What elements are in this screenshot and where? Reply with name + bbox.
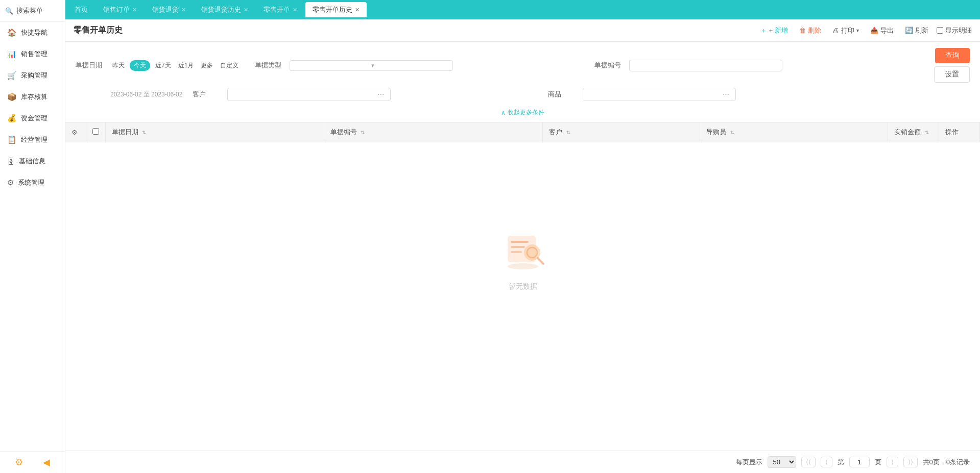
- date-sort-icon[interactable]: ⇅: [142, 130, 146, 135]
- add-icon: ＋: [760, 26, 767, 35]
- date-shortcut-7days[interactable]: 近7天: [153, 61, 173, 70]
- type-filter: 单据类型 ▾: [255, 60, 584, 71]
- sidebar-label-quick-nav: 快捷导航: [21, 28, 47, 37]
- sidebar-item-sales-mgmt[interactable]: 📊销售管理: [0, 43, 65, 65]
- type-filter-label: 单据类型: [255, 61, 285, 70]
- tab-label-sales-return: 销货退货: [152, 5, 179, 14]
- collapse-bar[interactable]: ∧ 收起更多条件: [76, 106, 970, 119]
- sidebar-icon-finance: 💰: [7, 114, 17, 123]
- sidebar-label-ops-mgmt: 经营管理: [21, 135, 47, 144]
- svg-rect-3: [511, 246, 525, 248]
- last-page-button[interactable]: ⟩⟩: [903, 457, 918, 467]
- th-date[interactable]: 单据日期 ⇅: [105, 122, 324, 142]
- tab-close-sales-return[interactable]: ✕: [181, 7, 186, 13]
- date-shortcut-custom[interactable]: 自定义: [218, 61, 241, 70]
- sidebar-item-sys-mgmt[interactable]: ⚙系统管理: [0, 172, 65, 193]
- sidebar-item-purchase-mgmt[interactable]: 🛒采购管理: [0, 65, 65, 86]
- th-settings[interactable]: ⚙: [65, 122, 86, 142]
- page-input[interactable]: [849, 457, 870, 467]
- filter-row-2: 2023-06-02 至 2023-06-02 客户 ··· 商品 ···: [76, 88, 970, 101]
- sidebar-item-quick-nav[interactable]: 🏠快捷导航: [0, 22, 65, 43]
- empty-text: 暂无数据: [509, 282, 537, 291]
- sidebar-item-finance[interactable]: 💰资金管理: [0, 108, 65, 129]
- tab-close-retail-open-history[interactable]: ✕: [355, 7, 360, 13]
- svg-rect-2: [511, 241, 529, 243]
- show-detail-checkbox-label[interactable]: 显示明细: [937, 26, 972, 35]
- goods-filter-label: 商品: [548, 90, 579, 99]
- goods-input[interactable]: [587, 91, 721, 98]
- setup-button[interactable]: 设置: [934, 66, 970, 83]
- per-page-label: 每页显示: [736, 458, 762, 467]
- prev-page-button[interactable]: ⟨: [821, 457, 832, 467]
- customer-input[interactable]: [232, 91, 375, 98]
- sidebar-label-base-info: 基础信息: [19, 157, 45, 166]
- tab-close-sales-order[interactable]: ✕: [132, 7, 137, 13]
- sidebar-icon-purchase-mgmt: 🛒: [7, 71, 17, 80]
- query-buttons: 查询 设置: [934, 48, 970, 83]
- date-shortcut-more[interactable]: 更多: [199, 61, 215, 70]
- date-shortcut-yesterday[interactable]: 昨天: [110, 61, 127, 70]
- print-icon: 🖨: [832, 27, 839, 34]
- sidebar-search-label: 搜索菜单: [16, 6, 43, 15]
- number-sort-icon[interactable]: ⇅: [361, 130, 365, 135]
- th-number[interactable]: 单据编号 ⇅: [324, 122, 542, 142]
- date-range-text: 2023-06-02 至 2023-06-02: [110, 90, 182, 99]
- tab-retail-open[interactable]: 零售开单✕: [256, 2, 304, 17]
- next-page-button[interactable]: ⟩: [887, 457, 898, 467]
- sidebar-item-ops-mgmt[interactable]: 📋经营管理: [0, 129, 65, 151]
- th-checkbox[interactable]: [86, 122, 105, 142]
- delete-button[interactable]: 🗑 删除: [796, 24, 824, 37]
- print-button[interactable]: 🖨 打印 ▾: [829, 24, 862, 37]
- tab-retail-open-history[interactable]: 零售开单历史✕: [305, 2, 367, 17]
- select-all-checkbox[interactable]: [92, 128, 99, 135]
- sidebar-search[interactable]: 🔍 搜索菜单: [0, 0, 65, 22]
- tab-sales-return-history[interactable]: 销货退货历史✕: [194, 2, 255, 17]
- query-button[interactable]: 查询: [935, 48, 970, 63]
- refresh-button[interactable]: 🔄 刷新: [902, 24, 931, 37]
- collapse-icon[interactable]: ◀: [43, 457, 50, 468]
- customer-filter-label: 客户: [193, 90, 223, 99]
- th-guide[interactable]: 导购员 ⇅: [700, 122, 888, 142]
- tab-close-retail-open[interactable]: ✕: [293, 7, 297, 13]
- first-page-button[interactable]: ⟨⟨: [801, 457, 816, 467]
- date-shortcut-1month[interactable]: 近1月: [176, 61, 196, 70]
- type-select[interactable]: ▾: [290, 60, 453, 71]
- tab-home[interactable]: 首页: [67, 2, 95, 17]
- table-header: ⚙ 单据日期 ⇅ 单据编号 ⇅ 客户 ⇅: [65, 122, 980, 142]
- sidebar-item-base-info[interactable]: 🗄基础信息: [0, 151, 65, 172]
- tab-sales-order[interactable]: 销售订单✕: [96, 2, 144, 17]
- collapse-up-icon: ∧: [501, 109, 506, 116]
- sidebar-icon-ops-mgmt: 📋: [7, 135, 17, 144]
- per-page-select[interactable]: 50 10 20 100: [768, 456, 796, 468]
- number-input[interactable]: [634, 62, 778, 69]
- goods-ellipsis-button[interactable]: ···: [721, 90, 731, 99]
- customer-ellipsis-button[interactable]: ···: [375, 90, 386, 99]
- goods-input-wrap: ···: [583, 88, 736, 101]
- amount-sort-icon[interactable]: ⇅: [925, 130, 929, 135]
- table-header-row: ⚙ 单据日期 ⇅ 单据编号 ⇅ 客户 ⇅: [65, 122, 980, 142]
- type-chevron-icon: ▾: [371, 62, 448, 69]
- number-filter: 单据编号: [594, 60, 924, 71]
- date-shortcut-today[interactable]: 今天: [130, 60, 150, 71]
- tab-close-sales-return-history[interactable]: ✕: [244, 7, 248, 13]
- customer-sort-icon[interactable]: ⇅: [566, 130, 570, 135]
- show-detail-checkbox[interactable]: [937, 27, 943, 34]
- total-label: 共0页，0条记录: [923, 458, 970, 467]
- sidebar-icon-sys-mgmt: ⚙: [7, 178, 14, 187]
- page-title: 零售开单历史: [74, 25, 123, 36]
- export-button[interactable]: 📤 导出: [867, 24, 897, 37]
- sidebar-item-inventory[interactable]: 📦库存核算: [0, 86, 65, 108]
- customer-filter: 客户 ···: [193, 88, 538, 101]
- tab-sales-return[interactable]: 销货退货✕: [145, 2, 193, 17]
- toolbar: 零售开单历史 ＋ + 新增 🗑 删除 🖨 打印 ▾ 📤 导出 🔄 刷新: [65, 19, 980, 42]
- main-content: 首页销售订单✕销货退货✕销货退货历史✕零售开单✕零售开单历史✕ 零售开单历史 ＋…: [65, 0, 980, 473]
- add-button[interactable]: ＋ + 新增: [757, 24, 791, 37]
- tab-label-sales-order: 销售订单: [103, 5, 130, 14]
- tab-label-sales-return-history: 销货退货历史: [201, 5, 241, 14]
- guide-sort-icon[interactable]: ⇅: [730, 130, 734, 135]
- th-customer[interactable]: 客户 ⇅: [542, 122, 700, 142]
- table-area: ⚙ 单据日期 ⇅ 单据编号 ⇅ 客户 ⇅: [65, 122, 980, 451]
- th-amount[interactable]: 实销金额 ⇅: [888, 122, 939, 142]
- settings-icon[interactable]: ⚙: [15, 457, 23, 468]
- svg-point-0: [508, 263, 538, 269]
